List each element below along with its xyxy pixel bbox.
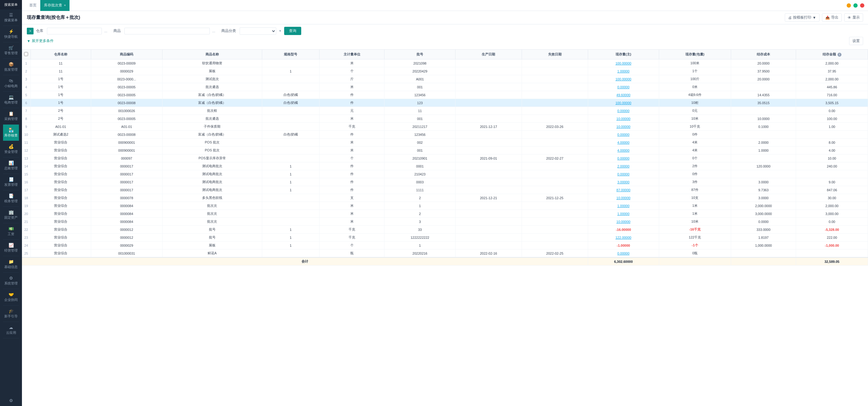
row-prod-date xyxy=(456,146,522,155)
sidebar-item-mini-ecom[interactable]: 🛍小鲸电商 xyxy=(3,75,19,92)
row-spec xyxy=(262,202,319,210)
row-qty-main[interactable]: -16.00000 xyxy=(588,226,659,234)
row-qty-main[interactable]: -1.00000 xyxy=(588,241,659,249)
sidebar-item-base-info[interactable]: 📁基础信息 xyxy=(3,256,19,273)
row-qty-main[interactable]: 10.00000 xyxy=(588,123,659,131)
maximize-button[interactable] xyxy=(854,3,858,8)
category-select[interactable] xyxy=(240,27,276,35)
sidebar-item-payroll[interactable]: 💵工资 xyxy=(3,223,19,240)
row-qty-main[interactable]: 122.00000 xyxy=(588,234,659,241)
search-button[interactable]: 查询 xyxy=(284,27,301,35)
row-qty-main[interactable]: 49.60000 xyxy=(588,91,659,99)
row-warehouse: 营业综合 xyxy=(30,139,91,146)
sidebar-item-quick-nav[interactable]: ⚡快捷导航 xyxy=(3,26,19,42)
row-unit: 件 xyxy=(319,178,384,186)
row-qty-main[interactable]: 0.00000 xyxy=(588,107,659,115)
col-unit: 主计量单位 xyxy=(319,49,384,59)
row-qty-main[interactable]: 0.00000 xyxy=(588,131,659,139)
row-unit: 个 xyxy=(319,67,384,75)
row-batch: 123456 xyxy=(384,91,456,99)
sidebar-item-wholesale[interactable]: 📦批发管理 xyxy=(3,59,19,75)
home-tab[interactable]: 首页 xyxy=(26,3,40,8)
sidebar-item-ecom[interactable]: 💻电商管理 xyxy=(3,92,19,108)
filter-arrow-button[interactable]: > xyxy=(27,28,34,34)
row-qty-main[interactable]: 10.00000 xyxy=(588,115,659,123)
row-name: 子件保质期 xyxy=(162,123,262,131)
tab-close-button[interactable]: × xyxy=(64,4,66,7)
row-unit: 件 xyxy=(319,170,384,178)
sidebar-item-cloud[interactable]: ☁云应用 xyxy=(3,322,19,338)
row-name: 批次框 xyxy=(162,107,262,115)
row-code: A01-01 xyxy=(91,123,162,131)
row-qty-pkg: 4米 xyxy=(659,139,731,146)
sidebar-item-inventory[interactable]: 🏪库存核查 xyxy=(3,125,19,141)
sidebar-item-tax[interactable]: 📑税务管理 xyxy=(3,190,19,207)
row-warehouse: 11 xyxy=(30,59,91,67)
minimize-button[interactable] xyxy=(847,3,851,8)
sidebar-item-fixed-assets[interactable]: 🏢固定资产 xyxy=(3,207,19,223)
row-qty-main[interactable]: 2.00000 xyxy=(588,162,659,170)
row-exp-date xyxy=(522,162,588,170)
sidebar-item-cloud-label: 云应用 xyxy=(6,331,16,334)
table-settings-button[interactable]: 设置 xyxy=(849,37,863,45)
close-button[interactable] xyxy=(860,3,864,8)
sidebar-item-retail[interactable]: 🛒零售管理 xyxy=(3,42,19,59)
row-cost: 120.0000 xyxy=(731,162,796,170)
row-exp-date xyxy=(522,139,588,146)
table-row: 6 1号 0023-00008 富减（白色/奶橘） 白色/奶橘 件 123 10… xyxy=(22,99,868,107)
row-qty-main[interactable]: 0.00000 xyxy=(588,170,659,178)
row-qty-main[interactable]: 1.00000 xyxy=(588,202,659,210)
col-checkbox[interactable] xyxy=(22,49,30,59)
row-name: 批次次 xyxy=(162,210,262,218)
row-qty-main[interactable]: 0.00000 xyxy=(588,155,659,162)
row-prod-date xyxy=(456,131,522,139)
sidebar-item-purchase-label: 采购管理 xyxy=(4,117,18,121)
row-qty-main[interactable]: 4.00000 xyxy=(588,139,659,146)
sidebar-item-general[interactable]: 📊总账管理 xyxy=(3,158,19,174)
row-qty-main[interactable]: 1.00000 xyxy=(588,210,659,218)
sidebar-settings[interactable]: ⚙ xyxy=(0,395,22,406)
row-batch: 2 xyxy=(384,194,456,202)
sidebar-item-new-guide[interactable]: 🎓新手引导 xyxy=(3,305,19,322)
row-qty-main[interactable]: 10.00000 xyxy=(588,194,659,202)
export-button[interactable]: 📤 导出 xyxy=(822,13,842,22)
goods-input[interactable] xyxy=(124,28,210,34)
footer-qty-total: 6,302.60000 xyxy=(588,257,659,266)
table-row: 4 1号 0023-00005 批次遴选 米 001 0.00000 0米 44… xyxy=(22,83,868,91)
row-qty-main[interactable]: 100.00000 xyxy=(588,59,659,67)
row-qty-main[interactable]: 3.00000 xyxy=(588,178,659,186)
sidebar-item-collab[interactable]: 🤝企业协同 xyxy=(3,289,19,305)
sidebar-item-finance[interactable]: 💰资金管理 xyxy=(3,141,19,158)
row-qty-main[interactable]: 0.00000 xyxy=(588,249,659,258)
row-qty-pkg: 10支 xyxy=(659,194,731,202)
row-qty-main[interactable]: 100.00000 xyxy=(588,75,659,83)
row-qty-main[interactable]: 0.00000 xyxy=(588,83,659,91)
amount-info-icon[interactable]: i xyxy=(838,53,841,57)
row-qty-main[interactable]: 100.00000 xyxy=(588,99,659,107)
row-qty-main[interactable]: 87.00000 xyxy=(588,186,659,194)
select-all-checkbox[interactable] xyxy=(24,52,28,56)
print-button[interactable]: 🖨 按模板打印 ▼ xyxy=(785,13,819,22)
sidebar-item-purchase[interactable]: 📋采购管理 xyxy=(3,108,19,125)
sidebar-item-invoice[interactable]: 🧾发票管理 xyxy=(3,174,19,190)
row-qty-pkg: 0元 xyxy=(659,107,731,115)
warehouse-input[interactable] xyxy=(47,28,102,34)
row-spec xyxy=(262,249,319,258)
row-code: 001000026 xyxy=(91,107,162,115)
row-qty-main[interactable]: 10.00000 xyxy=(588,218,659,226)
sidebar-item-ops[interactable]: 📈经营管理 xyxy=(3,240,19,256)
sidebar-item-system[interactable]: ⚙系统管理 xyxy=(3,273,19,289)
row-qty-pkg: 4米 xyxy=(659,146,731,155)
sidebar-logo[interactable]: 搜索菜单 xyxy=(0,0,22,9)
row-code: 0000029 xyxy=(91,241,162,249)
row-qty-main[interactable]: 4.00000 xyxy=(588,146,659,155)
col-exp-date: 失效日期 xyxy=(522,49,588,59)
expand-conditions-button[interactable]: ▼ 展开更多条件 xyxy=(27,38,54,43)
active-tab[interactable]: 库存批次查 × xyxy=(40,0,69,11)
row-qty-main[interactable]: 1.00000 xyxy=(588,67,659,75)
display-button[interactable]: 👁 显示 xyxy=(844,13,863,22)
sidebar-item-search-menu[interactable]: ☰搜索菜单 xyxy=(3,9,19,26)
row-amount: -1,000.00 xyxy=(796,241,868,249)
fixed-assets-icon: 🏢 xyxy=(4,210,18,215)
row-unit: 元 xyxy=(319,107,384,115)
